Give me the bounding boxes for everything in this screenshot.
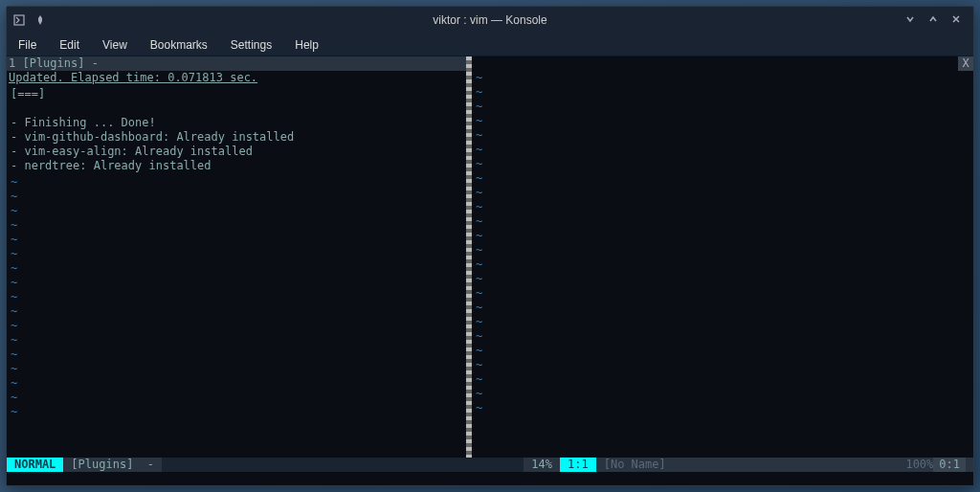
pin-icon[interactable] (33, 13, 47, 27)
vim-right-pane[interactable]: X ~~~~~~~~~~~~~~~~~~~~~~~~ (472, 56, 973, 458)
tab-label[interactable]: 1 [Plugins] - (9, 56, 99, 71)
window-title: viktor : vim — Konsole (127, 13, 853, 27)
close-button[interactable] (950, 12, 962, 28)
plugin-output: [===] - Finishing ... Done! - vim-github… (7, 85, 466, 175)
app-window: viktor : vim — Konsole File Edit View Bo… (6, 6, 974, 486)
vim-tabline: 1 [Plugins] - (7, 56, 466, 71)
menu-settings[interactable]: Settings (231, 38, 272, 52)
titlebar: viktor : vim — Konsole (7, 7, 973, 34)
tab-close-button[interactable]: X (958, 56, 973, 71)
command-line-area[interactable] (7, 472, 973, 485)
position-segment: 1:1 (560, 458, 596, 472)
output-line: - vim-github-dashboard: Already installe… (11, 130, 294, 144)
vim-left-pane[interactable]: 1 [Plugins] - Updated. Elapsed time: 0.0… (7, 56, 466, 458)
percent-segment: 14% (523, 458, 560, 472)
inactive-percent: 100% (905, 458, 933, 472)
inactive-filename: [No Name] (604, 458, 666, 472)
app-menu-icon[interactable] (12, 13, 26, 27)
output-line: - vim-easy-align: Already installed (11, 145, 253, 158)
menubar: File Edit View Bookmarks Settings Help (7, 34, 973, 56)
menu-file[interactable]: File (18, 38, 36, 52)
minimize-button[interactable] (904, 12, 916, 28)
filename-segment: [Plugins] - (63, 458, 162, 472)
inactive-position: 0:1 (933, 458, 966, 472)
terminal-area[interactable]: 1 [Plugins] - Updated. Elapsed time: 0.0… (7, 56, 973, 485)
menu-view[interactable]: View (102, 38, 127, 52)
empty-lines: ~~~~~~~~~~~~~~~~~~~~~~~~ (472, 56, 973, 415)
update-status-line: Updated. Elapsed time: 0.071813 sec. (7, 71, 466, 85)
maximize-button[interactable] (927, 12, 939, 28)
progress-bar: [===] (11, 87, 45, 101)
inactive-statusline: [No Name] 100% 0:1 (596, 458, 973, 472)
mode-indicator: NORMAL (7, 458, 63, 472)
output-line: - Finishing ... Done! (11, 116, 156, 129)
menu-edit[interactable]: Edit (59, 38, 79, 52)
output-line: - nerdtree: Already installed (11, 159, 212, 172)
menu-bookmarks[interactable]: Bookmarks (150, 38, 208, 52)
vim-statusline: NORMAL [Plugins] - 14% 1:1 [No Name] 100… (7, 458, 973, 472)
menu-help[interactable]: Help (295, 38, 319, 52)
status-spacer (162, 458, 523, 472)
empty-lines: ~~~~~~~~~~~~~~~~~ (7, 175, 466, 419)
